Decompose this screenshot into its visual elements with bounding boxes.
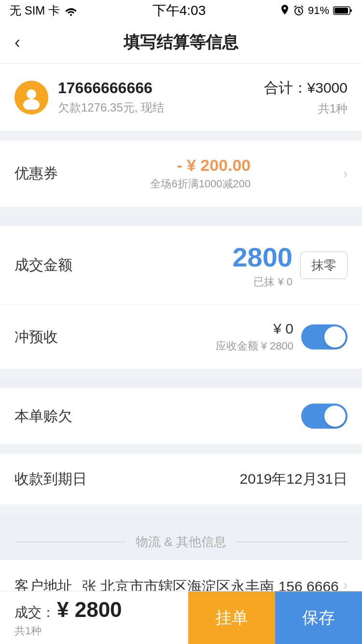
location-icon — [280, 5, 290, 16]
divider-2 — [0, 378, 362, 388]
coupon-label: 优惠券 — [14, 164, 58, 183]
coupon-value: - ¥ 200.00 — [150, 156, 251, 175]
chong-amounts: ¥ 0 应收金额 ¥ 2800 — [216, 321, 293, 353]
credit-label: 本单赊欠 — [14, 406, 72, 426]
customer-card: 17666666666 欠款1276.35元, 现结 合计：¥3000 共1种 — [0, 64, 362, 131]
deal-section: 成交金额 2800 已抹 ¥ 0 抹零 冲预收 ¥ 0 应收金额 ¥ 2800 — [0, 226, 362, 369]
svg-point-4 — [23, 99, 40, 110]
coupon-detail: 全场6折满1000减200 — [150, 177, 251, 191]
content-area: 17666666666 欠款1276.35元, 现结 合计：¥3000 共1种 … — [0, 64, 362, 644]
credit-toggle[interactable] — [301, 404, 348, 429]
customer-phone: 17666666666 — [58, 79, 164, 97]
wifi-icon — [64, 5, 78, 16]
alarm-icon — [293, 5, 304, 16]
customer-debt: 欠款1276.35元, 现结 — [58, 100, 164, 115]
status-right: 91% — [280, 4, 352, 17]
status-time: 下午4:03 — [153, 1, 206, 20]
avatar — [14, 81, 48, 114]
chong-sub: 应收金额 ¥ 2800 — [216, 339, 293, 353]
address-arrow-icon: › — [343, 575, 348, 593]
logistics-line-left — [14, 542, 126, 542]
logistics-header: 物流 & 其他信息 — [0, 524, 362, 560]
deal-amount-row: 成交金额 2800 已抹 ¥ 0 抹零 — [0, 226, 362, 305]
deal-amount-sub: 已抹 ¥ 0 — [232, 275, 292, 289]
svg-point-3 — [27, 89, 36, 99]
deal-amount-number: 2800 — [232, 241, 292, 273]
total-label: 合计： — [264, 80, 307, 96]
deal-amount-label: 成交金额 — [14, 255, 72, 275]
customer-left: 17666666666 欠款1276.35元, 现结 — [14, 79, 164, 115]
battery-icon — [333, 5, 352, 16]
battery-percent: 91% — [308, 4, 329, 17]
credit-row: 本单赊欠 — [0, 388, 362, 444]
bottom-summary: 成交： ¥ 2800 共1种 — [0, 598, 188, 638]
svg-rect-2 — [334, 8, 348, 14]
date-row: 收款到期日 2019年12月31日 — [0, 454, 362, 504]
toggle-knob-credit — [324, 406, 346, 427]
round-zero-button[interactable]: 抹零 — [300, 252, 348, 279]
total-value: ¥3000 — [307, 80, 348, 96]
divider-3 — [0, 514, 362, 524]
total-count: 共1种 — [264, 101, 348, 116]
date-value: 2019年12月31日 — [240, 469, 348, 489]
bottom-deal-row: 成交： ¥ 2800 — [14, 598, 174, 622]
bottom-deal-amount: ¥ 2800 — [57, 598, 122, 622]
hold-order-button[interactable]: 挂单 — [188, 591, 275, 644]
status-bar: 无 SIM 卡 下午4:03 91% — [0, 0, 362, 21]
customer-info: 17666666666 欠款1276.35元, 现结 — [58, 79, 164, 115]
coupon-arrow-icon: › — [343, 166, 348, 182]
coupon-row[interactable]: 优惠券 - ¥ 200.00 全场6折满1000减200 › — [0, 140, 362, 207]
logistics-line-right — [236, 542, 348, 542]
nav-bar: ‹ 填写结算等信息 — [0, 21, 362, 64]
chong-yushou-row: 冲预收 ¥ 0 应收金额 ¥ 2800 — [0, 305, 362, 369]
page-title: 填写结算等信息 — [124, 31, 238, 54]
status-left: 无 SIM 卡 — [10, 3, 78, 18]
chong-toggle[interactable] — [301, 324, 348, 350]
date-label: 收款到期日 — [14, 469, 87, 489]
user-icon — [19, 85, 43, 110]
chong-label: 冲预收 — [14, 327, 58, 347]
bottom-deal-label: 成交： — [14, 603, 55, 622]
customer-right: 合计：¥3000 共1种 — [264, 78, 348, 116]
credit-section: 本单赊欠 — [0, 388, 362, 444]
chong-value: ¥ 0 — [216, 321, 293, 337]
sim-status: 无 SIM 卡 — [10, 3, 60, 18]
back-button[interactable]: ‹ — [14, 32, 20, 53]
save-button[interactable]: 保存 — [275, 591, 362, 644]
toggle-knob-chong — [324, 326, 346, 348]
coupon-section: 优惠券 - ¥ 200.00 全场6折满1000减200 › — [0, 140, 362, 207]
bottom-bar: 成交： ¥ 2800 共1种 挂单 保存 — [0, 591, 362, 644]
logistics-label: 物流 & 其他信息 — [126, 533, 236, 550]
date-section: 收款到期日 2019年12月31日 — [0, 454, 362, 504]
deal-amount-value-wrap: 2800 已抹 ¥ 0 抹零 — [232, 241, 348, 289]
divider-1 — [0, 216, 362, 226]
total-amount: 合计：¥3000 — [264, 78, 348, 98]
bottom-count: 共1种 — [14, 624, 174, 638]
chong-value-wrap: ¥ 0 应收金额 ¥ 2800 — [216, 321, 348, 353]
